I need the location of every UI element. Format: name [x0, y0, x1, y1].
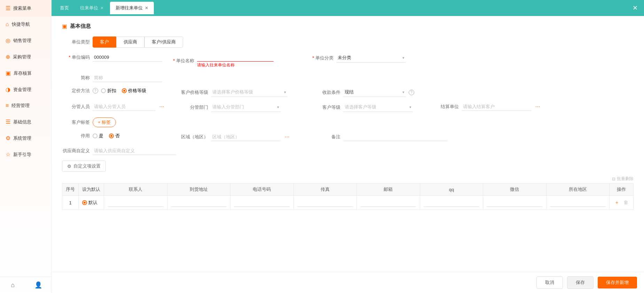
pricing-row: 定价方法 ? 折扣 价格等级 客户价格等级 请选择客户价格等级 — [62, 88, 634, 97]
sidebar-item-system[interactable]: ⚙ 系统管理 — [0, 130, 51, 146]
unit-name-field: 单位名称 请输入往来单位名称 — [166, 53, 306, 68]
payment-terms-label: 收款条件 — [313, 89, 340, 96]
row-region-input[interactable] — [550, 198, 606, 207]
sidebar-bottom-user[interactable]: 👤 — [26, 277, 52, 293]
contacts-table: 序号 设为默认 联系人 到货地址 电话号码 传真 邮箱 qq 微信 所在地区 操… — [62, 183, 634, 210]
unit-name-error: 请输入往来单位名称 — [197, 62, 274, 68]
customer-level-field: 客户等级 请选择客户等级 ▾ — [313, 103, 431, 112]
disabled-no-circle — [109, 133, 114, 138]
row-default-radio[interactable]: 默认 — [82, 200, 100, 206]
purchase-icon: ⊕ — [6, 54, 10, 60]
sidebar-item-basic-info[interactable]: ☰ 基础信息 — [0, 114, 51, 130]
row-email-input[interactable] — [360, 198, 416, 207]
window-close-button[interactable]: ✕ — [630, 4, 641, 12]
settlement-unit-input[interactable] — [462, 103, 531, 111]
custom-settings-area: ⚙ 自定义项设置 — [62, 161, 634, 172]
sidebar-item-search[interactable]: ☰ 搜索菜单 — [0, 0, 51, 16]
basic-info-icon: ☰ — [6, 119, 10, 125]
unit-category-select[interactable]: 未分类 ▾ — [336, 53, 406, 63]
row-fax-input[interactable] — [297, 198, 353, 207]
row-default-circle — [82, 200, 87, 205]
department-label: 分管部门 — [180, 104, 208, 111]
manager-dept-row: 分管人员 ··· 分管部门 请输入分管部门 ▾ 客户等级 请选择客户等级 ▾ — [62, 103, 634, 112]
add-tag-button[interactable]: + 标签 — [93, 117, 116, 127]
payment-info-icon[interactable]: ? — [409, 90, 414, 95]
row-fax[interactable] — [293, 196, 356, 210]
tab-new-partner-close[interactable]: ✕ — [145, 6, 148, 10]
row-qq-input[interactable] — [424, 198, 479, 207]
row-wechat-input[interactable] — [487, 198, 542, 207]
inventory-icon: ▣ — [6, 70, 11, 76]
pricing-info-icon[interactable]: ? — [93, 88, 98, 93]
row-email[interactable] — [357, 196, 420, 210]
unit-name-input[interactable] — [197, 53, 274, 62]
short-name-label: 简称 — [62, 75, 90, 81]
row-qq[interactable] — [420, 196, 483, 210]
sidebar-item-inventory[interactable]: ▣ 库存核算 — [0, 65, 51, 81]
row-address[interactable] — [167, 196, 230, 210]
settlement-more-btn[interactable]: ··· — [534, 104, 541, 110]
tab-partners[interactable]: 往来单位 ✕ — [74, 2, 109, 14]
custom-settings-button[interactable]: ⚙ 自定义项设置 — [62, 161, 106, 172]
col-email: 邮箱 — [357, 184, 420, 196]
operations-icon: ≡ — [6, 103, 9, 109]
tab-home[interactable]: 首页 — [55, 2, 74, 14]
disabled-no-label: 否 — [115, 133, 120, 139]
sidebar-item-sales[interactable]: ◎ 销售管理 — [0, 32, 51, 49]
region-field: 区域（地区） ··· — [180, 133, 313, 141]
sales-icon: ◎ — [6, 37, 10, 44]
cancel-button[interactable]: 取消 — [536, 276, 563, 289]
price-level-chevron-icon: ▾ — [284, 90, 286, 95]
col-address: 到货地址 — [167, 184, 230, 196]
table-body: 1 默认 — [62, 196, 634, 210]
sidebar-item-quick-nav[interactable]: ⌂ 快捷导航 — [0, 16, 51, 32]
col-region: 所在地区 — [546, 184, 609, 196]
manager-more-btn[interactable]: ··· — [158, 104, 165, 110]
sidebar-item-guide[interactable]: ☆ 新手引导 — [0, 146, 51, 163]
save-new-button[interactable]: 保存并新增 — [598, 277, 637, 288]
department-select[interactable]: 请输入分管部门 ▾ — [211, 103, 281, 112]
row-default-checkbox[interactable]: 默认 — [79, 196, 104, 210]
row-contact[interactable] — [104, 196, 167, 210]
disabled-yes-radio[interactable]: 是 — [93, 133, 103, 139]
short-name-field: 简称 — [62, 74, 166, 82]
remark-input[interactable] — [343, 133, 448, 141]
unit-code-label: 单位编码 — [62, 54, 90, 60]
row-contact-input[interactable] — [108, 198, 164, 207]
customer-price-level-field: 客户价格等级 请选择客户价格等级 ▾ — [180, 88, 313, 97]
row-add-icon[interactable]: ＋ — [614, 200, 619, 205]
row-region[interactable] — [546, 196, 609, 210]
sidebar-item-operations[interactable]: ≡ 经营管理 — [0, 98, 51, 114]
short-name-input[interactable] — [93, 74, 162, 82]
unit-type-customer-btn[interactable]: 客户 — [93, 36, 116, 48]
customer-level-select[interactable]: 请选择客户等级 ▾ — [343, 103, 413, 112]
tab-new-partner[interactable]: 新增往来单位 ✕ — [110, 2, 154, 14]
section-header: ▣ 基本信息 — [62, 23, 634, 30]
region-input[interactable] — [211, 133, 281, 141]
row-wechat[interactable] — [483, 196, 546, 210]
unit-code-input[interactable] — [93, 53, 162, 62]
supplier-custom-input[interactable] — [93, 147, 176, 155]
sidebar-bottom-home[interactable]: ⌂ — [0, 277, 26, 293]
payment-terms-select[interactable]: 现结 ▾ — [343, 88, 406, 97]
tab-home-label: 首页 — [60, 5, 69, 11]
pricing-discount-radio[interactable]: 折扣 — [101, 88, 116, 94]
row-address-input[interactable] — [171, 198, 227, 207]
batch-delete-label[interactable]: 批量删除 — [617, 176, 634, 182]
row-phone[interactable] — [230, 196, 293, 210]
tab-partners-close[interactable]: ✕ — [100, 6, 104, 10]
customer-price-level-select[interactable]: 请选择客户价格等级 ▾ — [211, 88, 288, 97]
sidebar-item-purchase[interactable]: ⊕ 采购管理 — [0, 49, 51, 65]
unit-type-supplier-btn[interactable]: 供应商 — [116, 36, 144, 48]
save-button[interactable]: 保存 — [567, 276, 594, 289]
pricing-level-radio[interactable]: 价格等级 — [122, 88, 146, 94]
row-phone-input[interactable] — [234, 198, 290, 207]
region-more-btn[interactable]: ··· — [283, 134, 291, 140]
row-delete-icon[interactable]: 🗑 — [623, 200, 628, 205]
manager-input[interactable] — [93, 103, 155, 111]
sidebar-item-finance[interactable]: ◑ 资金管理 — [0, 81, 51, 98]
finance-icon: ◑ — [6, 86, 10, 93]
row-action: ＋ 🗑 — [610, 196, 634, 210]
disabled-no-radio[interactable]: 否 — [109, 133, 120, 139]
unit-type-both-btn[interactable]: 客户/供应商 — [144, 36, 183, 48]
